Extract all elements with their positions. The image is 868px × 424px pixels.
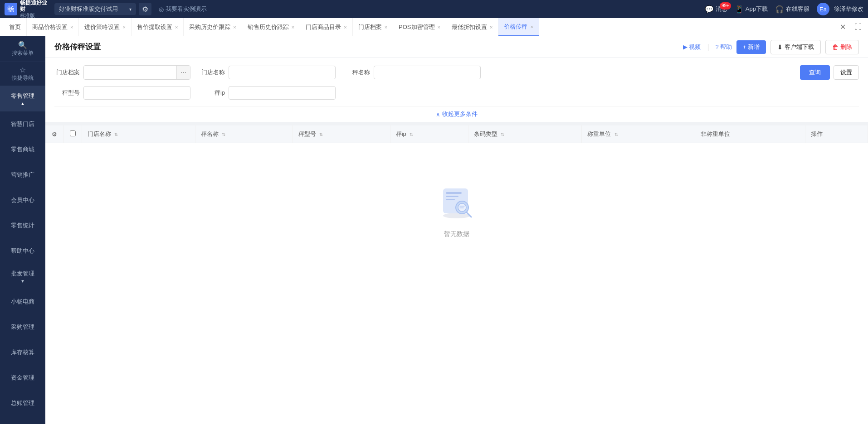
user-profile[interactable]: Ea 徐泽华修改 (817, 3, 863, 15)
app-download-button[interactable]: 📱 App下载 (735, 5, 768, 14)
tab-price-strategy[interactable]: 进价策略设置 × (79, 18, 131, 36)
tab-goods-price[interactable]: 商品价格设置 × (27, 18, 79, 36)
download-button[interactable]: ⬇ 客户端下载 (770, 40, 821, 54)
tab-min-discount[interactable]: 最低折扣设置 × (446, 18, 498, 36)
tab-sale-price[interactable]: 售价提取设置 × (132, 18, 184, 36)
tab-pos-security-label: POS加密管理 (399, 23, 434, 31)
tab-purchase-history[interactable]: 采购历史价跟踪 × (184, 18, 242, 36)
table-body: 暂无数据 (45, 143, 868, 275)
select-all-checkbox[interactable] (70, 130, 76, 136)
delete-button[interactable]: 🗑 删除 (825, 40, 859, 54)
tab-store-profile-close[interactable]: × (385, 24, 387, 30)
tab-pos-security-close[interactable]: × (438, 24, 440, 30)
filter-scale-ip: 秤ip (200, 86, 336, 100)
help-link[interactable]: ? 帮助 (716, 43, 732, 51)
th-barcode-type: 条码类型 ⇅ (468, 125, 581, 143)
chevron-down-icon: ▾ (129, 7, 132, 12)
tab-purchase-history-close[interactable]: × (233, 24, 236, 30)
sidebar-item-help[interactable]: 帮助中心 (0, 238, 45, 264)
filter-store-profile-input[interactable] (84, 66, 176, 79)
th-weight-unit-label: 称重单位 (587, 130, 611, 137)
sidebar-item-invoice[interactable]: 发票管理 (0, 416, 45, 424)
sidebar-item-purchase[interactable]: 采购管理 (0, 314, 45, 340)
empty-cell: 暂无数据 (45, 143, 868, 275)
demo-link[interactable]: ◎ 我要看实例演示 (159, 5, 207, 13)
sidebar-item-retail-stats[interactable]: 零售统计 (0, 213, 45, 238)
table-container: ⚙ 门店名称 ⇅ 秤名称 ⇅ (45, 125, 868, 424)
sidebar-item-smart-store[interactable]: 智慧门店 (0, 111, 45, 137)
add-button[interactable]: + 新增 (736, 40, 766, 54)
tab-min-discount-close[interactable]: × (490, 24, 493, 30)
search-label: 搜索菜单 (4, 49, 42, 57)
filter-store-profile-input-wrap: ··· (83, 65, 190, 80)
sidebar-search[interactable]: 🔍 搜索菜单 (0, 36, 45, 62)
tab-price-scale-close[interactable]: × (530, 24, 533, 29)
page-header: 价格传秤设置 ▶ 视频 | ? 帮助 + 新增 ⬇ 客户端下载 (45, 36, 868, 58)
main-layout: 🔍 搜索菜单 ☆ 快捷导航 零售管理 ▲ 智慧门店 零售商城 营销推广 会员中心… (0, 36, 868, 424)
barcode-type-sort-icon[interactable]: ⇅ (501, 132, 504, 137)
tab-sale-price-label: 售价提取设置 (137, 23, 172, 31)
tab-home[interactable]: 首页 (4, 18, 27, 36)
filter-scale-name: 秤名称 (345, 66, 481, 79)
sidebar-item-wholesale[interactable]: 批发管理 ▼ (0, 264, 45, 289)
tab-price-strategy-close[interactable]: × (122, 24, 125, 30)
ecommerce-label: 小畅电商 (11, 298, 34, 306)
settings-button[interactable]: ⚙ (139, 3, 151, 15)
store-name-sort-icon[interactable]: ⇅ (114, 132, 118, 137)
nav-tabs-actions: ✕ ⛶ (836, 21, 864, 34)
sidebar-item-retail-manage[interactable]: 零售管理 ▲ (0, 86, 45, 111)
sidebar-item-retail-mall[interactable]: 零售商城 (0, 137, 45, 162)
th-store-name: 门店名称 ⇅ (82, 125, 195, 143)
tab-sale-history[interactable]: 销售历史价跟踪 × (242, 18, 300, 36)
th-weight-unit: 称重单位 ⇅ (582, 125, 695, 143)
online-service-button[interactable]: 🎧 在线客服 (775, 5, 809, 14)
filter-collapse-btn[interactable]: ∧ 收起更多条件 (54, 106, 859, 122)
store-profile-picker-button[interactable]: ··· (176, 66, 190, 79)
tab-store-catalog-close[interactable]: × (344, 24, 346, 30)
scale-ip-sort-icon[interactable]: ⇅ (410, 132, 413, 137)
tab-store-profile[interactable]: 门店档案 × (353, 18, 393, 36)
message-button[interactable]: 💬 消息 99+ (705, 5, 727, 14)
th-non-weight-unit-label: 非称重单位 (701, 130, 730, 137)
empty-text: 暂无数据 (444, 230, 469, 238)
tab-goods-price-label: 商品价格设置 (32, 23, 68, 31)
sidebar-item-ecommerce[interactable]: 小畅电商 (0, 289, 45, 314)
th-scale-model-label: 秤型号 (298, 130, 316, 137)
search-button[interactable]: 查询 (800, 65, 830, 80)
delete-icon: 🗑 (832, 43, 839, 51)
message-icon: 💬 (705, 5, 714, 14)
tab-sale-history-close[interactable]: × (292, 24, 294, 30)
filter-store-name-input[interactable] (229, 66, 336, 79)
tab-store-catalog[interactable]: 门店商品目录 × (300, 18, 352, 36)
video-link[interactable]: ▶ 视频 (683, 43, 701, 51)
demo-label: 我要看实例演示 (166, 5, 207, 13)
th-operation: 操作 (805, 125, 868, 143)
tab-store-catalog-label: 门店商品目录 (306, 23, 341, 31)
sidebar-item-marketing[interactable]: 营销推广 (0, 162, 45, 188)
filter-scale-ip-input[interactable] (229, 86, 336, 100)
version-selector[interactable]: 好业财标准版交付试用 ▾ (54, 3, 136, 15)
settings-filter-button[interactable]: 设置 (834, 65, 859, 80)
filter-scale-name-input[interactable] (374, 66, 481, 79)
tab-sale-price-close[interactable]: × (175, 24, 178, 30)
sidebar-nav[interactable]: ☆ 快捷导航 (0, 62, 45, 86)
tab-price-scale[interactable]: 价格传秤 × (498, 18, 539, 36)
expand-tab-button[interactable]: ⛶ (852, 21, 864, 34)
th-checkbox[interactable] (63, 125, 82, 143)
th-settings[interactable]: ⚙ (45, 125, 63, 143)
sidebar-item-membership[interactable]: 会员中心 (0, 188, 45, 213)
sidebar-item-ledger[interactable]: 总账管理 (0, 390, 45, 416)
th-non-weight-unit: 非称重单位 (695, 125, 805, 143)
close-tab-button[interactable]: ✕ (836, 21, 849, 34)
ledger-label: 总账管理 (11, 399, 34, 407)
filter-store-profile-label: 门店档案 (54, 68, 80, 77)
weight-unit-sort-icon[interactable]: ⇅ (614, 132, 618, 137)
sidebar-item-finance[interactable]: 资金管理 (0, 365, 45, 390)
scale-name-sort-icon[interactable]: ⇅ (222, 132, 225, 137)
scale-model-sort-icon[interactable]: ⇅ (319, 132, 323, 137)
tab-goods-price-close[interactable]: × (70, 24, 73, 30)
sidebar-item-inventory[interactable]: 库存核算 (0, 340, 45, 365)
filter-scale-model-input[interactable] (83, 86, 190, 100)
retail-manage-label: 零售管理 (11, 92, 34, 100)
tab-pos-security[interactable]: POS加密管理 × (393, 18, 446, 36)
